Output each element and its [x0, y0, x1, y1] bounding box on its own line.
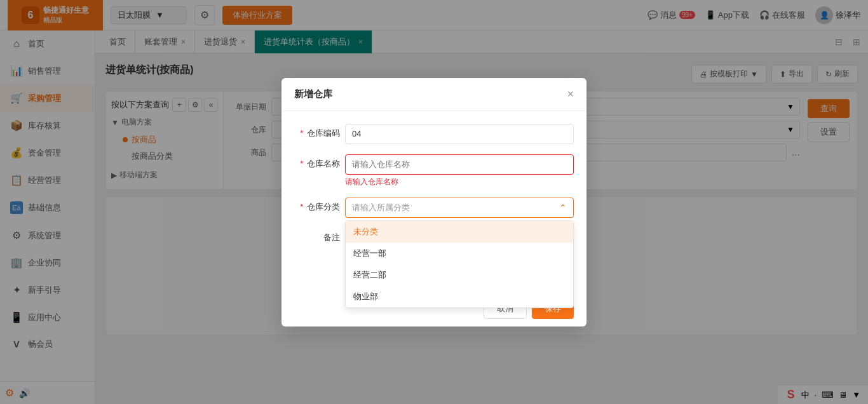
chevron-up-icon: ⌃: [559, 203, 567, 213]
warehouse-category-select[interactable]: 请输入所属分类 ⌃: [345, 198, 574, 218]
warehouse-category-label: * 仓库分类: [294, 198, 345, 213]
warehouse-name-input[interactable]: [345, 154, 574, 175]
add-warehouse-modal: 新增仓库 × * 仓库编码 *: [281, 78, 587, 327]
category-select-placeholder: 请输入所属分类: [352, 202, 410, 213]
warehouse-code-label: * 仓库编码: [294, 124, 345, 139]
warehouse-name-label: * 仓库名称: [294, 154, 345, 170]
modal-title: 新增仓库: [294, 88, 332, 100]
category-dropdown-list: 未分类 经营一部 经营二部 物业部: [345, 220, 574, 308]
warehouse-category-input-wrap: 请输入所属分类 ⌃ 未分类 经营一部 经营二部 物业部: [345, 198, 574, 218]
dropdown-item-uncategorized[interactable]: 未分类: [346, 221, 573, 243]
warehouse-name-error: 请输入仓库名称: [345, 177, 574, 187]
modal-header: 新增仓库 ×: [281, 78, 587, 111]
dropdown-item-property[interactable]: 物业部: [346, 286, 573, 307]
dropdown-item-dept1[interactable]: 经营一部: [346, 243, 573, 264]
warehouse-name-input-wrap: 请输入仓库名称: [345, 154, 574, 187]
warehouse-category-field: * 仓库分类 请输入所属分类 ⌃ 未分类 经营一部 经营二部: [294, 198, 574, 218]
warehouse-code-input-wrap: [345, 124, 574, 144]
warehouse-code-input[interactable]: [345, 124, 574, 144]
required-star-code: *: [300, 128, 303, 138]
modal-overlay: 新增仓库 × * 仓库编码 *: [0, 0, 868, 404]
modal-close-button[interactable]: ×: [567, 88, 574, 100]
required-star-name: *: [300, 159, 303, 168]
required-star-cat: *: [300, 202, 303, 212]
warehouse-note-label: 备注: [294, 228, 345, 243]
warehouse-code-field: * 仓库编码: [294, 124, 574, 144]
modal-body: * 仓库编码 * 仓库名称 请输入仓库名称: [281, 111, 587, 291]
dropdown-item-dept2[interactable]: 经营二部: [346, 264, 573, 286]
warehouse-name-field: * 仓库名称 请输入仓库名称: [294, 154, 574, 187]
